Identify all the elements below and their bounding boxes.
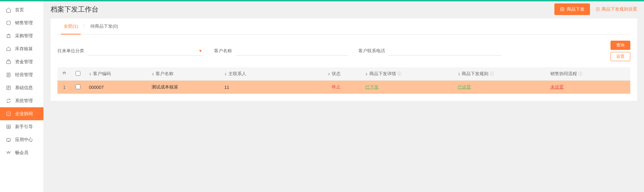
rule-link[interactable]: 已设置 (458, 84, 471, 90)
sidebar-item-purchase[interactable]: 采购管理 (0, 29, 43, 42)
cell-name: 测试成本核算 (147, 81, 220, 94)
loop-icon (5, 98, 12, 104)
tab-label: 全部(1) (64, 24, 78, 29)
sidebar-item-inventory[interactable]: 库存核算 (0, 42, 43, 55)
sidebar-item-funds[interactable]: 资金管理 (0, 55, 43, 68)
sort-icon: ▲▼ (89, 72, 92, 76)
sort-icon: ▲▼ (328, 72, 330, 76)
sidebar-label: 库存核算 (15, 46, 33, 52)
page-header: 档案下发工作台 商品下发 商品下发规则设置 (44, 0, 644, 18)
tab-pending[interactable]: 待商品下发(0) (84, 18, 124, 34)
row-index: 1 (57, 81, 71, 94)
sort-icon: ▲▼ (152, 72, 154, 76)
sidebar-item-system[interactable]: 系统管理 (0, 94, 43, 107)
customer-name-input[interactable] (235, 46, 348, 56)
sidebar-label: 应用中心 (15, 137, 33, 143)
sidebar-item-vip[interactable]: 畅会员 (0, 146, 43, 159)
table-row[interactable]: 1 000007 测试成本核算 11 终止 已下发 已设置 未设置 (57, 81, 630, 94)
content-card: 全部(1) 待商品下发(0) 往来单位分类 ▼ 客户名称 (51, 18, 637, 101)
sidebar-item-home[interactable]: 首页 (0, 3, 43, 16)
col-rule[interactable]: ▲▼商品下发规则ⓘ (454, 67, 546, 81)
filter-label: 往来单位分类 (57, 48, 84, 54)
top-accent-bar (0, 0, 644, 1)
filter-actions: 查询 设置 (610, 41, 630, 61)
sidebar-label: 资金管理 (15, 59, 33, 65)
svg-rect-5 (561, 8, 564, 11)
clipboard-icon (5, 72, 12, 78)
sort-icon: ▲▼ (365, 72, 368, 76)
tab-label: 待商品下发(0) (90, 24, 118, 29)
badge-icon (5, 20, 12, 26)
col-status[interactable]: ▲▼状态 (283, 67, 361, 81)
select-all-header (71, 67, 85, 81)
app-root: 首页 销售管理 采购管理 库存核算 资金管理 经营管理 基础信息 系统管理 (0, 0, 644, 192)
cell-flow: 未设置 (546, 81, 630, 94)
tabs: 全部(1) 待商品下发(0) (57, 18, 630, 35)
sidebar-label: 经营管理 (15, 72, 33, 78)
rules-label: 商品下发规则设置 (602, 6, 637, 12)
search-button[interactable]: 查询 (610, 41, 630, 50)
distribute-label: 商品下发 (567, 6, 584, 12)
sidebar-item-basic[interactable]: 基础信息 (0, 81, 43, 94)
header-actions: 商品下发 商品下发规则设置 (554, 3, 637, 15)
sidebar-label: 基础信息 (15, 85, 33, 91)
sidebar-item-collab[interactable]: 企业协同 (0, 107, 43, 120)
flow-link[interactable]: 未设置 (550, 84, 564, 90)
form-icon (5, 85, 12, 91)
col-detail[interactable]: ▲▼商品下发详情ⓘ (361, 67, 454, 81)
svg-rect-4 (7, 138, 11, 141)
distribute-button[interactable]: 商品下发 (554, 3, 590, 15)
filter-customer-phone: 客户联系电话 (358, 46, 501, 56)
home-icon (5, 7, 12, 13)
table-head: ▲▼客户编码 ▲▼客户名称 ▲▼主联系人 ▲▼状态 ▲▼商品下发详情ⓘ ▲▼商品… (57, 67, 630, 81)
sidebar-item-sales[interactable]: 销售管理 (0, 16, 43, 29)
sidebar: 首页 销售管理 采购管理 库存核算 资金管理 经营管理 基础信息 系统管理 (0, 0, 44, 192)
app-icon (5, 137, 12, 143)
star-icon (5, 124, 12, 130)
main: 档案下发工作台 商品下发 商品下发规则设置 全部(1) 待商品下发(0 (44, 0, 644, 192)
distribute-icon (560, 7, 565, 12)
sidebar-label: 首页 (15, 7, 24, 13)
reset-button[interactable]: 设置 (610, 52, 630, 61)
row-checkbox-cell (71, 81, 85, 94)
cell-code: 000007 (85, 81, 147, 94)
info-icon: ⓘ (578, 71, 582, 76)
filter-category: 往来单位分类 ▼ (57, 46, 204, 56)
bag-icon (5, 33, 12, 39)
cell-status: 终止 (283, 81, 361, 94)
select-all-checkbox[interactable] (76, 71, 80, 76)
sidebar-item-appcenter[interactable]: 应用中心 (0, 133, 43, 146)
col-name[interactable]: ▲▼客户名称 (147, 67, 220, 81)
page-title: 档案下发工作台 (51, 5, 98, 14)
sort-icon: ▲▼ (224, 72, 227, 76)
sidebar-item-guide[interactable]: 新手引导 (0, 120, 43, 133)
cell-rule: 已设置 (454, 81, 546, 94)
rules-link[interactable]: 商品下发规则设置 (595, 6, 637, 12)
cell-detail: 已下发 (361, 81, 454, 94)
filters: 往来单位分类 ▼ 客户名称 客户联系电话 查询 设置 (57, 35, 630, 67)
sidebar-item-operation[interactable]: 经营管理 (0, 68, 43, 81)
col-flow[interactable]: 销售协同流程ⓘ (546, 67, 630, 81)
customer-phone-input[interactable] (389, 46, 501, 56)
house-icon (5, 46, 12, 52)
filter-label: 客户名称 (214, 48, 232, 54)
sidebar-label: 新手引导 (15, 124, 33, 130)
detail-link[interactable]: 已下发 (365, 84, 379, 90)
filter-label: 客户联系电话 (358, 48, 385, 54)
col-contact[interactable]: ▲▼主联系人 (220, 67, 283, 81)
vip-icon (5, 150, 12, 156)
cell-contact: 11 (220, 81, 283, 94)
sidebar-label: 畅会员 (15, 150, 28, 156)
money-icon (5, 59, 12, 65)
filter-customer-name: 客户名称 (214, 46, 348, 56)
settings-column-header[interactable] (57, 67, 71, 81)
sidebar-label: 系统管理 (15, 98, 33, 104)
category-select[interactable] (88, 46, 204, 56)
collab-icon (5, 111, 12, 117)
info-icon: ⓘ (397, 71, 402, 76)
col-code[interactable]: ▲▼客户编码 (85, 67, 147, 81)
tab-all[interactable]: 全部(1) (57, 18, 84, 34)
sidebar-label: 企业协同 (15, 111, 33, 117)
row-checkbox[interactable] (76, 84, 80, 89)
data-table: ▲▼客户编码 ▲▼客户名称 ▲▼主联系人 ▲▼状态 ▲▼商品下发详情ⓘ ▲▼商品… (57, 67, 630, 94)
